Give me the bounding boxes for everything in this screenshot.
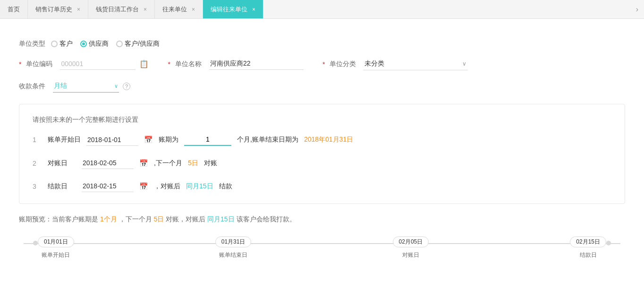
timeline-dot-start (33, 241, 38, 245)
card-row-2: 2 对账日 📅 ,下一个月 5日 对账 (33, 157, 611, 169)
tab-sales-order[interactable]: 销售订单历史 × (28, 0, 88, 18)
tab-partner[interactable]: 往来单位 × (155, 0, 203, 18)
payment-date-calendar-icon[interactable]: 📅 (139, 182, 148, 191)
row-3-num: 3 (33, 183, 42, 190)
radio-customer-circle (51, 41, 58, 47)
unit-name-label: 单位名称 (175, 60, 202, 68)
unit-category-group: * 单位分类 未分类 ∨ (322, 58, 467, 70)
unit-name-input[interactable] (209, 58, 304, 70)
start-date-calendar-icon[interactable]: 📅 (144, 135, 153, 144)
tab-sales-order-label: 销售订单历史 (35, 5, 72, 14)
tab-bar: 首页 销售订单历史 × 钱货日清工作台 × 往来单位 × 编辑往来单位 × › (0, 0, 644, 19)
row-3-suffix2: 结款 (219, 182, 232, 191)
timeline-label-4: 结款日 (580, 251, 597, 259)
preview-period: 1个月 (100, 215, 117, 223)
row-2-num: 2 (33, 160, 42, 167)
unit-name-star: * (168, 60, 170, 68)
payment-condition-value: 月结 (54, 82, 112, 90)
unit-type-row: 单位类型 客户 供应商 客户/供应商 (19, 30, 625, 48)
timeline-item-1: 01月01日 账单开始日 (38, 236, 74, 259)
row-2-label: 对账日 (48, 159, 76, 168)
row-1-suffix-after: 个月,账单结束日期为 (237, 135, 298, 144)
timeline-item-2: 01月31日 账单结束日 (215, 236, 252, 259)
card-row-1: 1 账单开始日 📅 账期为 个月,账单结束日期为 2018年01月31日 (33, 134, 611, 146)
unit-code-label: 单位编码 (26, 60, 52, 68)
tab-partner-label: 往来单位 (162, 5, 187, 14)
unit-category-label: 单位分类 (330, 60, 356, 68)
reconcile-date-calendar-icon[interactable]: 📅 (139, 159, 148, 168)
unit-category-dropdown[interactable]: 未分类 ∨ (364, 58, 467, 70)
settings-card: 请按照未来的一个完整帐期进行设置 1 账单开始日 📅 账期为 个月,账单结束日期… (19, 104, 625, 204)
timeline-label-1: 账单开始日 (42, 251, 70, 259)
tab-sales-order-close[interactable]: × (77, 6, 80, 13)
radio-supplier-label: 供应商 (89, 40, 109, 48)
timeline-item-3: 02月05日 对账日 (393, 236, 429, 259)
tab-home[interactable]: 首页 (0, 0, 28, 18)
unit-category-value: 未分类 (364, 59, 460, 68)
timeline-section: 01月01日 账单开始日 01月31日 账单结束日 02月05日 对账日 02月… (19, 236, 625, 273)
preview-section: 账期预览：当前客户账期是 1个月 ，下一个月 5日 对账，对账后 同月15日 该… (19, 213, 625, 225)
payment-condition-dropdown[interactable]: 月结 ∨ (53, 80, 119, 93)
tab-cash-work[interactable]: 钱货日清工作台 × (88, 0, 155, 18)
row-2-suffix: ,下一个月 (154, 159, 182, 168)
timeline-node-3: 02月05日 (393, 236, 429, 247)
preview-label: 账期预览：当前客户账期是 (19, 215, 98, 223)
radio-both-circle (116, 41, 123, 47)
preview-text-after2: 该客户会给我打款。 (237, 215, 296, 223)
unit-type-label: 单位类型 (19, 40, 47, 48)
help-icon[interactable]: ? (123, 83, 130, 90)
timeline-node-1: 01月01日 (38, 236, 74, 247)
row-1-suffix-before: 账期为 (159, 135, 178, 144)
tab-edit-partner-close[interactable]: × (252, 6, 255, 13)
tab-partner-close[interactable]: × (192, 6, 195, 13)
payment-date-input[interactable] (82, 180, 134, 192)
radio-group: 客户 供应商 客户/供应商 (51, 40, 160, 48)
unit-code-group: * 单位编码 📋 (19, 58, 149, 70)
timeline-node-2: 01月31日 (215, 236, 252, 247)
start-date-input[interactable] (86, 134, 138, 146)
preview-date2: 同月15日 (207, 215, 235, 223)
payment-day-highlight: 同月15日 (186, 182, 213, 191)
timeline-label-3: 对账日 (402, 251, 419, 259)
reconcile-date-input[interactable] (82, 157, 134, 169)
copy-icon[interactable]: 📋 (139, 59, 149, 68)
row-1-num: 1 (33, 136, 42, 144)
row-3-label: 结款日 (48, 182, 76, 191)
unit-name-group: * 单位名称 (168, 58, 303, 70)
unit-category-star: * (322, 60, 325, 68)
preview-date1: 5日 (153, 215, 164, 223)
unit-code-star: * (19, 60, 21, 68)
payment-dropdown-arrow: ∨ (114, 83, 118, 89)
tab-edit-partner-label: 编辑往来单位 (211, 5, 247, 14)
timeline-item-4: 02月15日 结款日 (570, 236, 606, 259)
period-input[interactable] (184, 134, 231, 146)
tab-edit-partner[interactable]: 编辑往来单位 × (203, 0, 263, 18)
fields-row: * 单位编码 📋 * 单位名称 * 单位分类 未分类 ∨ (19, 58, 625, 70)
preview-text-mid: ，下一个月 (119, 215, 152, 223)
row-1-label: 账单开始日 (48, 135, 81, 144)
preview-text-after1: 对账，对账后 (166, 215, 207, 223)
tab-more-button[interactable]: › (630, 0, 644, 18)
timeline-items: 01月01日 账单开始日 01月31日 账单结束日 02月05日 对账日 02月… (38, 236, 606, 259)
main-content: 单位类型 客户 供应商 客户/供应商 * 单位编码 📋 * (0, 19, 644, 287)
row-2-suffix2: 对账 (204, 159, 217, 168)
tab-cash-work-close[interactable]: × (144, 6, 147, 13)
radio-customer[interactable]: 客户 (51, 40, 73, 48)
tab-cash-work-label: 钱货日清工作台 (96, 5, 139, 14)
reconcile-day-highlight: 5日 (188, 159, 198, 168)
card-row-3: 3 结款日 📅 ，对账后 同月15日 结款 (33, 180, 611, 192)
unit-code-input[interactable] (60, 58, 136, 70)
end-date-highlight: 2018年01月31日 (304, 135, 353, 144)
timeline-wrapper: 01月01日 账单开始日 01月31日 账单结束日 02月05日 对账日 02月… (28, 236, 616, 259)
radio-customer-label: 客户 (59, 40, 73, 48)
radio-both[interactable]: 客户/供应商 (116, 40, 160, 48)
tab-home-label: 首页 (8, 5, 20, 14)
payment-row: 收款条件 月结 ∨ ? (19, 80, 625, 93)
unit-category-arrow: ∨ (462, 60, 466, 67)
radio-both-label: 客户/供应商 (125, 40, 160, 48)
radio-supplier[interactable]: 供应商 (80, 40, 109, 48)
timeline-node-4: 02月15日 (570, 236, 606, 247)
timeline-label-2: 账单结束日 (219, 251, 247, 259)
timeline-dot-end (606, 241, 611, 245)
radio-supplier-circle (80, 41, 87, 47)
